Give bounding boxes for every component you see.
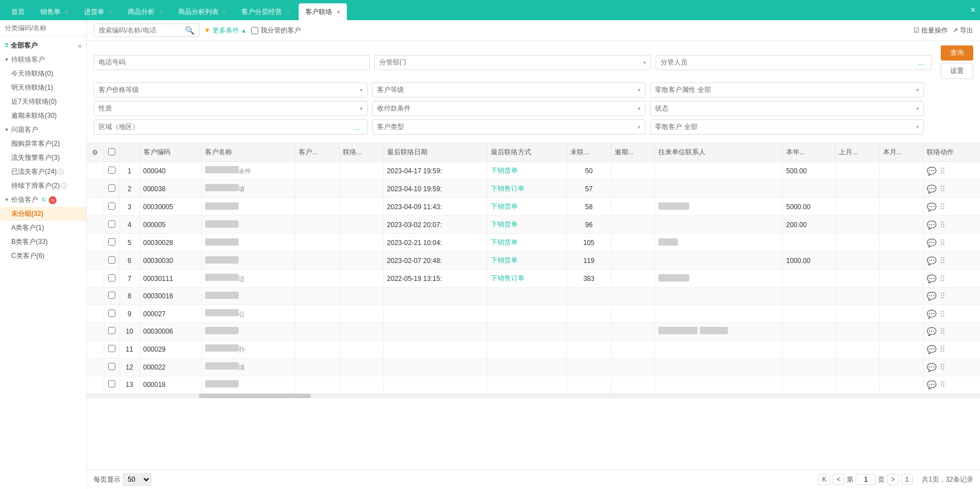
dept-dropdown[interactable]: 分管部门 ▾ <box>374 55 651 70</box>
tab-product-analysis-close[interactable]: × <box>159 9 162 15</box>
batch-op-btn[interactable]: ☑ 批量操作 <box>913 26 948 35</box>
status-dropdown[interactable]: 状态 ▾ <box>650 101 924 116</box>
td-last-method[interactable]: 下销货单 <box>487 234 567 252</box>
td-checkbox[interactable] <box>104 340 119 358</box>
sidebar-search-input[interactable] <box>4 24 87 32</box>
grid-action-icon[interactable]: ⠿ <box>940 274 945 283</box>
next-page-btn[interactable]: > <box>887 474 899 485</box>
th-gear[interactable]: ⚙ <box>87 143 104 162</box>
method-link[interactable]: 下销货单 <box>491 256 518 264</box>
tab-customer-contact[interactable]: 客户联络 × <box>299 3 347 20</box>
grid-action-icon[interactable]: ⠿ <box>940 220 945 229</box>
td-checkbox[interactable] <box>104 216 119 234</box>
my-customers-checkbox[interactable]: 我分管的客户 <box>251 26 301 35</box>
grid-action-icon[interactable]: ⠿ <box>940 256 945 265</box>
td-last-method[interactable] <box>487 358 567 376</box>
td-checkbox[interactable] <box>104 376 119 394</box>
th-last-month[interactable]: 上月... <box>835 143 880 162</box>
td-checkbox[interactable] <box>104 198 119 216</box>
row-checkbox[interactable] <box>108 363 115 370</box>
td-checkbox[interactable] <box>104 270 119 288</box>
td-last-method[interactable]: 下销货单 <box>487 198 567 216</box>
filter-search-icon[interactable]: 🔍 <box>185 26 194 35</box>
tab-customer-segment[interactable]: 客户分层经营 × <box>235 3 296 20</box>
sidebar-group-value[interactable]: ▼ 价值客户 ↻ N <box>0 193 86 207</box>
sidebar-item-churned[interactable]: 已流失客户(24) ⓘ <box>0 165 86 179</box>
td-last-method[interactable]: 下销货单 <box>487 162 567 180</box>
th-checkbox[interactable] <box>104 143 119 162</box>
manager-dropdown[interactable]: 分管人员 ... <box>656 55 932 70</box>
grid-action-icon[interactable]: ⠿ <box>940 238 945 247</box>
chat-icon[interactable]: 💬 <box>927 274 936 283</box>
td-checkbox[interactable] <box>104 305 119 323</box>
query-button[interactable]: 查询 <box>941 45 973 61</box>
th-action[interactable]: 联络动作 <box>923 143 980 162</box>
tab-product-list-close[interactable]: × <box>223 9 226 15</box>
th-contact[interactable]: 联络... <box>340 143 384 162</box>
grid-action-icon[interactable]: ⠿ <box>940 327 945 336</box>
td-checkbox[interactable] <box>104 323 119 340</box>
scrollbar-thumb[interactable] <box>199 394 311 398</box>
th-this-month[interactable]: 本月... <box>879 143 923 162</box>
sidebar-item-c-class[interactable]: C类客户(6) <box>0 249 86 263</box>
region-dropdown[interactable]: 区域（地区） ... <box>94 119 368 135</box>
th-overdue[interactable]: 逾期... <box>611 143 655 162</box>
chat-icon[interactable]: 💬 <box>927 310 936 319</box>
grid-action-icon[interactable]: ⠿ <box>940 167 945 176</box>
tab-product-list[interactable]: 商品分析列表 × <box>171 3 233 20</box>
chat-icon[interactable]: 💬 <box>927 238 936 247</box>
row-checkbox[interactable] <box>108 167 115 174</box>
row-checkbox[interactable] <box>108 327 115 334</box>
grid-action-icon[interactable]: ⠿ <box>940 292 945 301</box>
row-checkbox[interactable] <box>108 184 115 192</box>
select-all-checkbox[interactable] <box>108 148 115 155</box>
tab-product-analysis[interactable]: 商品分析 × <box>121 3 169 20</box>
sidebar-item-churn-warning[interactable]: 流失预警客户(3) <box>0 151 86 165</box>
ellipsis-icon2[interactable]: ... <box>351 123 363 132</box>
sidebar-item-abnormal[interactable]: 囤购异常客户(2) <box>0 137 86 151</box>
more-conditions-btn[interactable]: ▼ 更多条件 ▲ <box>204 26 247 35</box>
sidebar-group-problem[interactable]: ▼ 问题客户 <box>0 123 86 137</box>
method-link[interactable]: 下销售订单 <box>491 184 524 192</box>
chat-icon[interactable]: 💬 <box>927 363 936 372</box>
td-checkbox[interactable] <box>104 358 119 376</box>
sidebar-item-b-class[interactable]: B类客户(33) <box>0 235 86 249</box>
my-customers-check[interactable] <box>251 27 258 34</box>
ellipsis-icon[interactable]: ... <box>916 58 927 67</box>
th-last-method[interactable]: 最后联络方式 <box>487 143 567 162</box>
sidebar-item-7days[interactable]: 近7天待联络(0) <box>0 95 86 109</box>
td-last-method[interactable] <box>487 376 567 394</box>
first-page-btn[interactable]: K <box>818 474 830 485</box>
sidebar-group-pending[interactable]: ▼ 待联络客户 <box>0 53 86 67</box>
grid-action-icon[interactable]: ⠿ <box>940 202 945 211</box>
td-last-method[interactable]: 下销售订单 <box>487 180 567 198</box>
tab-sales[interactable]: 销售单 × <box>34 3 75 20</box>
chat-icon[interactable]: 💬 <box>927 167 936 176</box>
row-checkbox[interactable] <box>108 274 115 282</box>
chat-icon[interactable]: 💬 <box>927 327 936 336</box>
method-link[interactable]: 下销货单 <box>491 167 518 174</box>
chat-icon[interactable]: 💬 <box>927 256 936 265</box>
method-link[interactable]: 下销货单 <box>491 202 518 210</box>
row-checkbox[interactable] <box>108 310 115 317</box>
td-last-method[interactable]: 下销售订单 <box>487 270 567 288</box>
sidebar-item-ungroup[interactable]: 未分组(32) <box>0 207 86 221</box>
td-last-method[interactable] <box>487 305 567 323</box>
chat-icon[interactable]: 💬 <box>927 345 936 354</box>
td-last-method[interactable] <box>487 340 567 358</box>
chat-icon[interactable]: 💬 <box>927 380 936 389</box>
method-link[interactable]: 下销货单 <box>491 238 518 246</box>
last-page-btn[interactable]: 1 <box>901 474 913 485</box>
grid-action-icon[interactable]: ⠿ <box>940 363 945 372</box>
tab-customer-contact-close[interactable]: × <box>337 9 340 15</box>
sidebar-item-today[interactable]: 今天待联络(0) <box>0 67 86 81</box>
tab-purchase-close[interactable]: × <box>109 9 112 15</box>
sidebar-item-overdue[interactable]: 逾期未联络(30) <box>0 109 86 123</box>
th-this-year[interactable]: 本年... <box>783 143 835 162</box>
sidebar-collapse-icon[interactable]: « <box>78 42 82 50</box>
th-code[interactable]: 客户编码 <box>140 143 202 162</box>
td-last-method[interactable]: 下销货单 <box>487 216 567 234</box>
window-close-icon[interactable]: × <box>970 5 976 15</box>
th-not-contact[interactable]: 未联... <box>567 143 611 162</box>
prev-page-btn[interactable]: < <box>833 474 844 485</box>
